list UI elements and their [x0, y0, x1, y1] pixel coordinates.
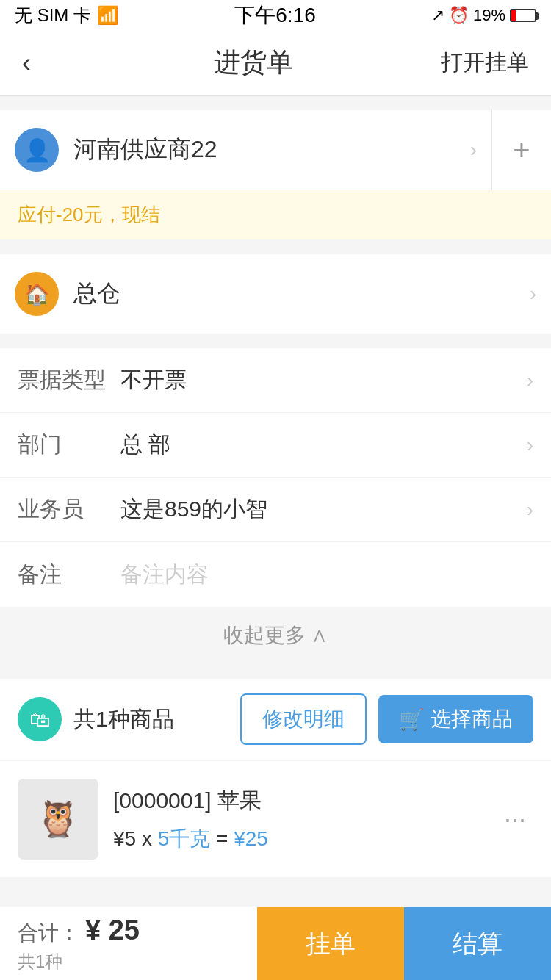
select-product-label: 选择商品 — [431, 705, 513, 733]
supplier-avatar: 👤 — [15, 128, 59, 172]
total-sub: 共1种 — [18, 950, 240, 973]
total-line: 合计： ¥ 25 — [18, 915, 240, 947]
dept-label: 部门 — [18, 430, 113, 460]
total-amount: ¥ 25 — [85, 915, 140, 946]
dept-value: 总 部 — [113, 430, 519, 460]
warehouse-section[interactable]: 🏠 总仓 › — [0, 254, 551, 334]
gap-3 — [0, 334, 551, 348]
product-qty: 5千克 — [158, 827, 211, 850]
hang-button[interactable]: 挂单 — [257, 907, 404, 980]
checkout-button[interactable]: 结算 — [404, 907, 551, 980]
remark-label: 备注 — [18, 560, 113, 590]
product-price: ¥5 x 5千克 = ¥25 — [113, 825, 482, 853]
shopping-bag-icon: 🛍 — [29, 707, 50, 732]
product-info: [0000001] 苹果 ¥5 x 5千克 = ¥25 — [113, 786, 482, 853]
form-section: 票据类型 不开票 › 部门 总 部 › 业务员 这是859的小智 › 备注 备注… — [0, 348, 551, 607]
warehouse-icon-wrap: 🏠 — [15, 272, 59, 316]
salesperson-value: 这是859的小智 — [113, 494, 519, 525]
remark-input[interactable]: 备注内容 — [113, 560, 533, 590]
form-row-remark[interactable]: 备注 备注内容 — [0, 542, 551, 607]
supplier-name: 河南供应商22 — [73, 134, 463, 166]
product-image-placeholder: 🦉 — [36, 799, 80, 840]
select-product-button[interactable]: 🛒 选择商品 — [378, 695, 533, 743]
form-row-dept[interactable]: 部门 总 部 › — [0, 413, 551, 478]
add-supplier-button[interactable]: + — [492, 110, 551, 190]
products-header: 🛍 共1种商品 修改明细 🛒 选择商品 — [0, 679, 551, 760]
gap-2 — [0, 239, 551, 254]
carrier-text: 无 SIM 卡 — [15, 4, 91, 27]
alarm-icon: ⏰ — [449, 6, 469, 25]
plus-icon: + — [513, 134, 530, 167]
product-equals-sign: = — [216, 827, 228, 850]
chevron-right-icon: › — [470, 138, 477, 162]
status-time: 下午6:16 — [234, 1, 316, 29]
products-count: 共1种商品 — [73, 705, 228, 735]
nav-bar: ‹ 进货单 打开挂单 — [0, 31, 551, 96]
gap-4 — [0, 664, 551, 679]
open-pending-button[interactable]: 打开挂单 — [441, 48, 529, 78]
notice-bar: 应付-20元，现结 — [0, 190, 551, 239]
ticket-chevron-icon: › — [527, 369, 533, 392]
person-icon: 👤 — [24, 137, 51, 163]
warehouse-icon: 🏠 — [24, 282, 50, 306]
salesperson-label: 业务员 — [18, 494, 113, 525]
total-section: 合计： ¥ 25 共1种 — [0, 907, 257, 980]
status-right: ↗ ⏰ 19% — [431, 6, 536, 25]
salesperson-chevron-icon: › — [527, 498, 533, 522]
form-row-salesperson[interactable]: 业务员 这是859的小智 › — [0, 478, 551, 542]
ticket-value: 不开票 — [113, 365, 519, 395]
product-multiply-sign: x — [142, 827, 152, 850]
total-label: 合计： — [18, 919, 79, 947]
form-row-ticket[interactable]: 票据类型 不开票 › — [0, 348, 551, 413]
edit-detail-button[interactable]: 修改明细 — [240, 693, 367, 745]
product-unit-price: ¥5 — [113, 827, 136, 850]
product-code: [0000001] — [113, 788, 211, 813]
battery-text: 19% — [473, 6, 505, 25]
product-thumbnail: 🦉 — [18, 779, 98, 860]
status-left: 无 SIM 卡 📶 — [15, 4, 119, 27]
products-icon-wrap: 🛍 — [18, 697, 62, 741]
product-name: [0000001] 苹果 — [113, 786, 482, 816]
location-icon: ↗ — [431, 6, 444, 25]
supplier-section: 👤 河南供应商22 › + — [0, 110, 551, 190]
status-bar: 无 SIM 卡 📶 下午6:16 ↗ ⏰ 19% — [0, 0, 551, 31]
wifi-icon: 📶 — [97, 5, 119, 26]
cart-icon: 🛒 — [399, 707, 425, 732]
dept-chevron-icon: › — [527, 433, 533, 457]
product-item: 🦉 [0000001] 苹果 ¥5 x 5千克 = ¥25 ··· — [0, 761, 551, 877]
battery-icon — [510, 9, 536, 22]
bottom-bar: 合计： ¥ 25 共1种 挂单 结算 — [0, 907, 551, 980]
gap-1 — [0, 96, 551, 110]
warehouse-chevron-icon: › — [530, 282, 536, 306]
product-title: 苹果 — [217, 788, 262, 813]
product-more-button[interactable]: ··· — [497, 804, 533, 835]
supplier-row[interactable]: 👤 河南供应商22 › — [0, 110, 492, 190]
back-button[interactable]: ‹ — [22, 48, 66, 79]
product-total: ¥25 — [234, 827, 268, 850]
warehouse-name: 总仓 — [73, 278, 522, 310]
ticket-label: 票据类型 — [18, 365, 113, 395]
page-title: 进货单 — [214, 45, 293, 81]
collapse-bar[interactable]: 收起更多 ∧ — [0, 607, 551, 664]
